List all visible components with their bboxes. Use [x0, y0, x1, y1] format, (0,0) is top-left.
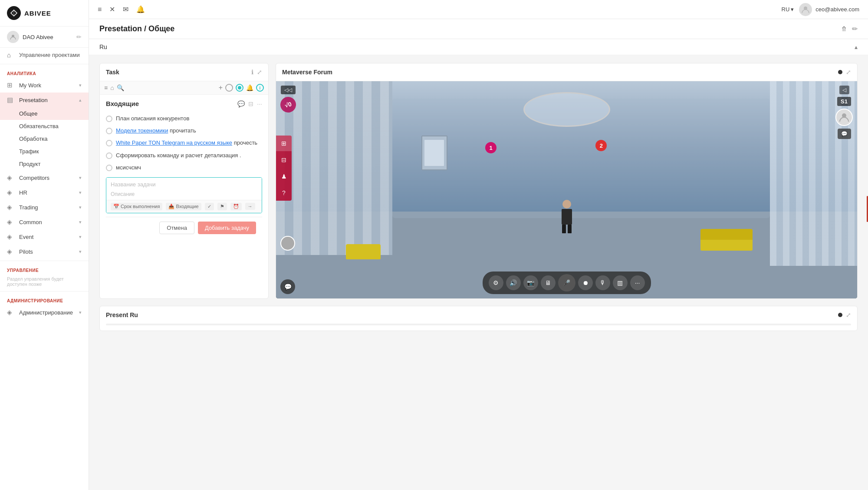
mv-message-button[interactable]: 💬	[838, 129, 851, 139]
sidebar-item-trading[interactable]: ◈ Trading ▾	[0, 200, 89, 215]
hamburger-icon[interactable]: ≡	[98, 6, 102, 13]
flag-tag[interactable]: ⚑	[217, 203, 227, 210]
lang-selector[interactable]: RU ▾	[782, 6, 794, 13]
mv-chat-button[interactable]: 💬	[280, 279, 295, 294]
mv-settings-button[interactable]: ⚙	[489, 275, 503, 290]
my-work-chevron: ▾	[79, 83, 82, 88]
info-panel-icon[interactable]: ℹ	[251, 69, 253, 76]
search-input[interactable]	[127, 85, 216, 91]
mv-more-button[interactable]: ···	[630, 275, 645, 290]
mv-collapse-button[interactable]: ◁	[839, 86, 849, 94]
user-info[interactable]: ceo@abivee.com	[799, 3, 859, 16]
metaverse-scene: 1 2	[276, 81, 857, 298]
edit-icon[interactable]: ✏	[76, 33, 82, 40]
sidebar-item-admin[interactable]: ◈ Администрирование ▾	[0, 305, 89, 320]
mail-icon[interactable]: ✉	[123, 5, 128, 13]
main-area: ≡ ✕ ✉ 🔔 RU ▾ ceo@abivee.com Presetation …	[89, 0, 868, 490]
sidebar-item-my-work[interactable]: ⊞ My Work ▾	[0, 78, 89, 93]
close-icon[interactable]: ✕	[109, 5, 115, 13]
filter-icon[interactable]: ⊟	[248, 100, 253, 107]
cancel-button[interactable]: Отмена	[159, 222, 194, 234]
task-checkbox[interactable]	[106, 128, 112, 134]
menu-icon[interactable]: ≡	[104, 84, 108, 91]
inbox-icons: 💬 ⊟ ···	[237, 100, 262, 107]
task-item: Сформировать команду и расчет детализаци…	[106, 149, 262, 162]
sidebar-item-presetation[interactable]: ▤ Presetation ▴	[0, 93, 89, 107]
sidebar-item-hr[interactable]: ◈ HR ▾	[0, 185, 89, 200]
mv-person-button[interactable]: ♟	[276, 169, 292, 184]
sidebar-sub-obrabotka[interactable]: Обработка	[0, 132, 89, 145]
more-icon[interactable]: ···	[257, 100, 262, 107]
add-task-button[interactable]: Добавить задачу	[198, 222, 256, 234]
task-item: White Paper TON Telegram на русском язык…	[106, 137, 262, 149]
status-circle-icon[interactable]	[225, 84, 233, 92]
ru-collapse-icon[interactable]: ▴	[855, 43, 858, 50]
clock-tag[interactable]: ⏰	[230, 203, 242, 210]
logo-area: ABIVEE	[0, 0, 89, 26]
sidebar-item-project-management[interactable]: ⌂ Управление проектами	[0, 48, 89, 62]
add-task-form: Описание 📅 Срок выполнения 📥 Входящие ✓	[106, 177, 262, 213]
present-expand-icon[interactable]: ⤢	[846, 311, 851, 318]
scene-chandelier	[523, 92, 610, 127]
task-checkbox[interactable]	[106, 116, 112, 122]
sidebar-item-event[interactable]: ◈ Event ▾	[0, 229, 89, 244]
mv-mic2-button[interactable]: 🎙	[595, 275, 610, 290]
task-desc-placeholder: Описание	[106, 191, 262, 200]
task-name-input[interactable]	[106, 178, 262, 191]
mv-grid-button[interactable]: ⊞	[276, 136, 292, 151]
mv-top-left-controls: ◁◁ √0	[280, 86, 296, 113]
hr-label: HR	[19, 189, 75, 196]
upravlenie-note: Раздел управления будет доступен позже	[0, 275, 89, 289]
mv-mic-mute-button[interactable]: 🎤	[558, 274, 575, 291]
sidebar-sub-obshee[interactable]: Общее	[0, 107, 89, 120]
sidebar-item-competitors[interactable]: ◈ Competitors ▾	[0, 170, 89, 185]
logo-text: ABIVEE	[24, 10, 51, 17]
sidebar-sub-trafik[interactable]: Трафик	[0, 145, 89, 158]
task-link-2[interactable]: White Paper TON Telegram на русском язык…	[116, 139, 232, 146]
search-icon[interactable]: 🔍	[117, 84, 124, 91]
presetation-subnav: Общее Обязательства Обработка Трафик Про…	[0, 107, 89, 170]
bell-icon[interactable]: 🔔	[136, 5, 145, 13]
task-checkbox[interactable]	[106, 152, 112, 159]
edit-page-icon[interactable]: ✏	[852, 25, 858, 33]
presetation-chevron: ▴	[79, 97, 82, 103]
mv-camera-button[interactable]: 📷	[523, 275, 538, 290]
inbox-meta-label: Входящие	[176, 204, 198, 209]
home-icon: ⌂	[7, 51, 15, 59]
mv-panel-button[interactable]: ▥	[613, 275, 628, 290]
mv-volume-button[interactable]: 🔊	[506, 275, 521, 290]
inbox-meta-icon: 📥	[168, 204, 174, 209]
scene-screen	[421, 136, 447, 170]
dao-row: DAO Abivee ✏	[0, 26, 89, 48]
hr-icon: ◈	[7, 189, 15, 196]
event-chevron: ▾	[79, 234, 82, 240]
sidebar-sub-produkt[interactable]: Продукт	[0, 158, 89, 170]
add-task-toolbar-icon[interactable]: +	[219, 84, 223, 92]
metaverse-viewport[interactable]: 1 2 ◁◁ √0 ◁ S1	[276, 81, 857, 298]
page-header-actions: ⤊ ✏	[841, 25, 858, 33]
task-checkbox[interactable]	[106, 165, 112, 171]
task-link[interactable]: Модели токеномики	[116, 127, 168, 134]
sidebar-item-common[interactable]: ◈ Common ▾	[0, 215, 89, 229]
mv-record-button[interactable]: ⏺	[578, 275, 593, 290]
task-checkbox[interactable]	[106, 140, 112, 146]
sidebar-item-pilots[interactable]: ◈ Pilots ▾	[0, 244, 89, 259]
mv-list-button[interactable]: ⊟	[276, 152, 292, 168]
arrow-tag[interactable]: →	[245, 203, 255, 210]
status-teal-icon[interactable]	[236, 84, 243, 92]
expand-panel-icon[interactable]: ⤢	[257, 69, 262, 76]
comment-icon[interactable]: 💬	[237, 100, 245, 107]
metaverse-expand-icon[interactable]: ⤢	[846, 69, 851, 76]
home-toolbar-icon[interactable]: ⌂	[110, 84, 114, 91]
admin-chevron: ▾	[79, 310, 82, 315]
collapse-up-icon[interactable]: ⤊	[841, 25, 847, 33]
mv-screen-button[interactable]: 🖥	[541, 275, 556, 290]
check-tag[interactable]: ✓	[205, 203, 214, 210]
bell-toolbar-icon[interactable]: 🔔	[246, 84, 253, 91]
inbox-tag[interactable]: 📥 Входящие	[166, 203, 201, 210]
info-circle-icon[interactable]: i	[256, 84, 264, 92]
sidebar-sub-obyazatelstva[interactable]: Обязательства	[0, 120, 89, 132]
mv-help-button[interactable]: ?	[276, 185, 292, 201]
deadline-tag[interactable]: 📅 Срок выполнения	[111, 203, 162, 210]
mv-back-button[interactable]: ◁◁	[281, 86, 296, 94]
